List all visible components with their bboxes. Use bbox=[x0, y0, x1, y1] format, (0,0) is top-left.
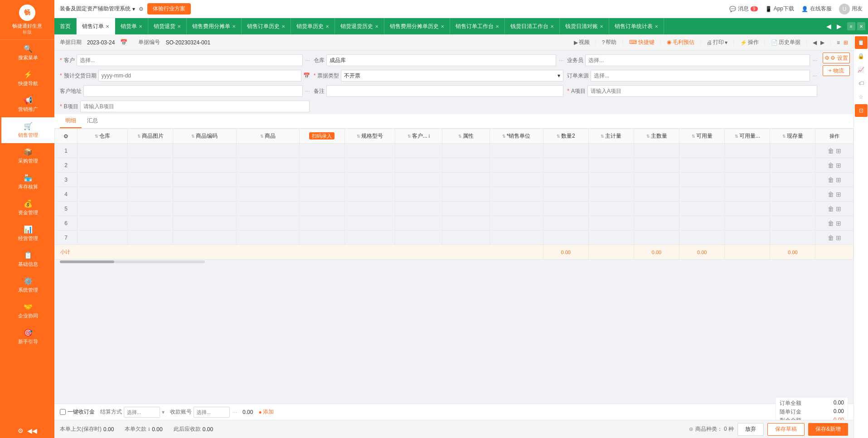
sidebar-item-operation[interactable]: 📊 经营管理 bbox=[0, 221, 54, 246]
th-code[interactable]: ⇅商品编码 bbox=[173, 129, 236, 144]
row-delete-btn-6[interactable]: 🗑 bbox=[828, 220, 834, 227]
add-payment-btn[interactable]: ● 添加 bbox=[258, 408, 273, 416]
th-stock[interactable]: ⇅现存量 bbox=[770, 129, 815, 144]
tab-menu-icon[interactable]: ≡ bbox=[847, 22, 855, 30]
user-item[interactable]: U 用友 bbox=[839, 4, 863, 14]
tab-sales-order[interactable]: 销售订单 ✕ bbox=[77, 18, 115, 34]
system-selector[interactable]: 装备及固定资产辅助管理系统 ▾ bbox=[60, 5, 135, 13]
th-customer-code[interactable]: ⇅客户...ℹ bbox=[395, 129, 442, 144]
warehouse-select[interactable]: 成品库 bbox=[326, 54, 557, 66]
add-logistics-btn[interactable]: + 物流 bbox=[823, 65, 850, 76]
save-draft-btn[interactable]: 保存草稿 bbox=[767, 423, 805, 436]
sidebar-item-basics[interactable]: 📋 基础信息 bbox=[0, 246, 54, 272]
scan-input-btn[interactable]: 扫码录入 bbox=[309, 132, 335, 140]
row-copy-btn-1[interactable]: ⊞ bbox=[836, 147, 841, 154]
order-source-input[interactable] bbox=[591, 70, 810, 82]
settings-action-btn[interactable]: ⚙ ⚙ 设置 bbox=[823, 53, 850, 63]
a-project-input[interactable] bbox=[587, 85, 817, 97]
row-delete-btn-4[interactable]: 🗑 bbox=[828, 191, 834, 198]
address-input[interactable] bbox=[83, 85, 303, 97]
tab-prev-arrow[interactable]: ◀ bbox=[824, 23, 834, 30]
calendar-icon[interactable]: 📅 bbox=[120, 39, 127, 46]
right-sidebar-form-icon[interactable]: 📋 bbox=[855, 36, 868, 49]
app-download-item[interactable]: 📱 App下载 bbox=[765, 5, 794, 13]
tab-daily-workbench[interactable]: 钱货日清工作台 ✕ bbox=[505, 18, 560, 34]
discard-btn[interactable]: 放弃 bbox=[737, 423, 764, 436]
row-delete-btn-2[interactable]: 🗑 bbox=[828, 162, 834, 169]
row-delete-btn-1[interactable]: 🗑 bbox=[828, 147, 834, 154]
delivery-calendar-icon[interactable]: 📅 bbox=[303, 72, 310, 79]
settings-icon[interactable]: ⚙ bbox=[139, 6, 144, 12]
settlement-input[interactable] bbox=[124, 407, 160, 418]
collapse-bottom-icon[interactable]: ◀◀ bbox=[27, 427, 37, 434]
remarks-input[interactable] bbox=[326, 85, 564, 97]
sidebar-item-inventory[interactable]: 🏪 库存核算 bbox=[0, 169, 54, 195]
warehouse-dots-icon[interactable]: ··· bbox=[559, 57, 563, 63]
tab-stats-close[interactable]: ✕ bbox=[655, 24, 658, 29]
b-project-input[interactable] bbox=[80, 101, 310, 112]
view-toggle-btn[interactable]: ≡ bbox=[837, 39, 840, 46]
invoice-select[interactable]: 不开票 ▾ bbox=[341, 70, 563, 82]
online-service-item[interactable]: 👤 在线客服 bbox=[801, 5, 832, 13]
th-spec[interactable]: ⇅规格型号 bbox=[344, 129, 395, 144]
horizontal-scrollbar[interactable] bbox=[60, 260, 205, 263]
right-sidebar-tag-icon[interactable]: 🏷 bbox=[855, 77, 868, 90]
message-item[interactable]: 💬 消息 9 bbox=[729, 5, 758, 13]
row-copy-btn-5[interactable]: ⊞ bbox=[836, 205, 841, 212]
th-settings[interactable]: ⚙ bbox=[55, 129, 78, 144]
one-click-checkbox[interactable] bbox=[60, 409, 66, 415]
one-click-label[interactable]: 一键收订金 bbox=[60, 408, 95, 416]
sidebar-item-sales[interactable]: 🛒 销售管理 bbox=[0, 117, 54, 143]
tab-summary[interactable]: 汇总 bbox=[82, 114, 103, 128]
account-input[interactable] bbox=[194, 407, 230, 418]
tab-close-all-icon[interactable]: ✕ bbox=[857, 22, 865, 30]
tab-sales-order-history-close[interactable]: ✕ bbox=[281, 24, 285, 29]
account-dots-icon[interactable]: ··· bbox=[233, 409, 237, 415]
tab-order-workbench[interactable]: 销售订单工作台 ✕ bbox=[450, 18, 505, 34]
tab-sales-fee-close[interactable]: ✕ bbox=[232, 24, 236, 29]
settings-bottom-icon[interactable]: ⚙ bbox=[18, 427, 24, 434]
tab-daily-workbench-close[interactable]: ✕ bbox=[550, 24, 554, 29]
sidebar-item-finance[interactable]: 💰 资金管理 bbox=[0, 195, 54, 221]
sidebar-item-marketing[interactable]: 📢 营销推广 bbox=[0, 91, 54, 117]
customer-input[interactable] bbox=[77, 54, 303, 66]
tab-return-history-close[interactable]: ✕ bbox=[375, 24, 378, 29]
customer-dots-icon[interactable]: ··· bbox=[305, 57, 310, 63]
sidebar-item-guide[interactable]: 🎯 新手引导 bbox=[0, 324, 54, 350]
tab-shipment-history[interactable]: 销货单历史 ✕ bbox=[291, 18, 335, 34]
th-image[interactable]: ⇅商品图片 bbox=[128, 129, 173, 144]
tab-sales-return[interactable]: 销货退货 ✕ bbox=[148, 18, 187, 34]
tab-stats[interactable]: 销售订单统计表 ✕ bbox=[609, 18, 664, 34]
history-btn[interactable]: 📄 历史单据 bbox=[771, 39, 800, 46]
shortcut-btn[interactable]: ⌨ 快捷键 bbox=[629, 39, 655, 46]
expand-btn[interactable]: ⊞ bbox=[844, 39, 848, 46]
tab-sales-order-history[interactable]: 销售订单历史 ✕ bbox=[242, 18, 291, 34]
th-available2[interactable]: ⇅可用量... bbox=[725, 129, 770, 144]
nav-next-btn[interactable]: ▶ bbox=[820, 39, 824, 46]
tab-return-history[interactable]: 销货退货历史 ✕ bbox=[335, 18, 384, 34]
tab-order-workbench-close[interactable]: ✕ bbox=[495, 24, 499, 29]
th-qty2[interactable]: ⇅数量2 bbox=[543, 129, 588, 144]
right-sidebar-star-icon[interactable]: ☆ bbox=[855, 91, 868, 103]
delivery-input[interactable] bbox=[98, 70, 301, 82]
print-btn[interactable]: 🖨 打印 ▾ bbox=[707, 39, 727, 46]
tab-detail[interactable]: 明细 bbox=[60, 114, 82, 128]
tab-next-arrow[interactable]: ▶ bbox=[834, 23, 844, 30]
sidebar-item-shortcut[interactable]: ⚡ 快捷导航 bbox=[0, 66, 54, 91]
view-btn[interactable]: ▶ 视频 bbox=[574, 39, 590, 46]
profit-btn[interactable]: ◉ 毛利预估 bbox=[667, 39, 694, 46]
tab-sales-shipment-close[interactable]: ✕ bbox=[139, 24, 142, 29]
row-copy-btn-3[interactable]: ⊞ bbox=[836, 176, 841, 183]
help-btn[interactable]: ? 帮助 bbox=[602, 39, 617, 46]
tab-sales-shipment[interactable]: 销货单 ✕ bbox=[115, 18, 148, 34]
save-new-btn[interactable]: 保存&新增 bbox=[808, 423, 848, 436]
th-main-qty[interactable]: ⇅主数量 bbox=[634, 129, 679, 144]
tab-fee-history[interactable]: 销售费用分摊单历史 ✕ bbox=[384, 18, 450, 34]
th-unit[interactable]: ⇅*销售单位 bbox=[490, 129, 543, 144]
industry-solution-button[interactable]: 体验行业方案 bbox=[147, 3, 191, 14]
sidebar-item-system[interactable]: ⚙️ 系统管理 bbox=[0, 272, 54, 298]
tab-daily-reconcile[interactable]: 钱货日清对账 ✕ bbox=[560, 18, 609, 34]
tab-sales-fee[interactable]: 销售费用分摊单 ✕ bbox=[187, 18, 242, 34]
right-sidebar-lock-icon[interactable]: 🔒 bbox=[855, 50, 868, 63]
tab-fee-history-close[interactable]: ✕ bbox=[441, 24, 444, 29]
